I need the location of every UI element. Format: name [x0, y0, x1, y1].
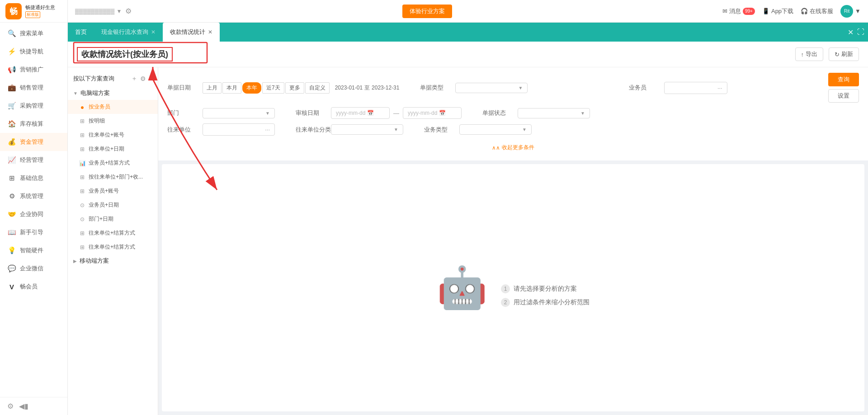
date-tabs: 上月 本月 本年 近7天 更多 自定义: [203, 82, 330, 94]
filter-area: 单据日期 上月 本月 本年 近7天 更多 自定义 2023-01-01: [158, 67, 868, 160]
settings-icon[interactable]: ⚙: [7, 402, 14, 410]
partner-select[interactable]: ···: [203, 123, 275, 136]
tree-item-by-salesperson[interactable]: ● 按业务员: [68, 100, 158, 114]
page-header-actions: ↑ 导出 ↻ 刷新: [795, 47, 859, 61]
date-tab-this-year[interactable]: 本年: [242, 82, 261, 94]
tree-item-label: 部门+日期: [89, 215, 113, 223]
tab-receipt-stats-close[interactable]: ✕: [208, 29, 212, 35]
date-tab-more[interactable]: 更多: [285, 82, 304, 94]
online-service-action[interactable]: 🎧 在线客服: [801, 7, 833, 15]
sidebar-item-finance[interactable]: 💰 资金管理: [0, 133, 67, 151]
tree-item-by-detail[interactable]: ⊞ 按明细: [68, 114, 158, 128]
tree-item-label: 业务员+账号: [89, 187, 119, 195]
add-scheme-btn[interactable]: ＋: [131, 75, 137, 83]
business-type-select[interactable]: ▼: [459, 124, 532, 135]
collapse-more-btn[interactable]: ∧∧ 收起更多条件: [167, 140, 859, 155]
tree-item-salesperson-account[interactable]: ⊞ 业务员+账号: [68, 184, 158, 198]
tab-bank-flow-close[interactable]: ✕: [151, 29, 156, 35]
tree-item-partner-date[interactable]: ⊞ 往来单位+日期: [68, 142, 158, 156]
sidebar-item-corp[interactable]: 🤝 企业协同: [0, 205, 67, 223]
tree-section-desktop: ▼ 电脑端方案 ● 按业务员 ⊞ 按明细 ⊞ 往来单位+账号: [68, 86, 158, 254]
voucher-status-select[interactable]: ▼: [518, 108, 590, 118]
voucher-type-select[interactable]: ▼: [455, 83, 528, 93]
sidebar-item-smart-hw[interactable]: 💡 智能硬件: [0, 241, 67, 259]
sidebar-item-marketing[interactable]: 📢 营销推广: [0, 61, 67, 79]
tree-item-salesperson-settle[interactable]: 📊 业务员+结算方式: [68, 156, 158, 170]
audit-date-end[interactable]: yyyy-mm-dd 📅: [403, 107, 462, 119]
sidebar-logo: 畅 畅捷通好生意 标准版: [0, 0, 67, 23]
query-btn[interactable]: 查询: [828, 73, 859, 86]
sidebar-item-purchase[interactable]: 🛒 采购管理: [0, 97, 67, 115]
tree-item-label: 按明细: [89, 117, 105, 125]
tree-item-dept-date[interactable]: ⊙ 部门+日期: [68, 212, 158, 226]
scheme-settings-btn[interactable]: ⚙: [140, 75, 146, 82]
business-type-item: 业务类型 ▼: [424, 124, 532, 135]
logo-name: 畅捷通好生意: [25, 4, 55, 10]
dept-date-icon: ⊙: [79, 216, 86, 223]
trial-btn[interactable]: 体验行业方案: [402, 5, 452, 18]
logo-info: 畅捷通好生意 标准版: [25, 4, 55, 18]
voucher-date-item: 单据日期 上月 本月 本年 近7天 更多 自定义 2023-01-01: [167, 82, 399, 94]
collapse-sidebar-icon[interactable]: ◀▮: [19, 402, 28, 410]
tab-receipt-stats[interactable]: 收款情况统计 ✕: [163, 23, 220, 42]
tree-arrow-down: ▼: [73, 91, 78, 96]
tree-item-salesperson-date[interactable]: ⊙ 业务员+日期: [68, 198, 158, 212]
collapse-panel-btn[interactable]: «: [149, 75, 152, 82]
tree-mobile-header[interactable]: ▶ 移动端方案: [68, 254, 158, 268]
sidebar-item-sales[interactable]: 💼 销售管理: [0, 79, 67, 97]
audit-date-start[interactable]: yyyy-mm-dd 📅: [331, 107, 390, 119]
messages-badge: 99+: [743, 8, 755, 15]
sidebar-item-basic[interactable]: ⊞ 基础信息: [0, 169, 67, 187]
date-tab-this-month[interactable]: 本月: [222, 82, 241, 94]
refresh-btn[interactable]: ↻ 刷新: [829, 47, 859, 61]
partner-dept-icon: ⊞: [79, 174, 86, 181]
user-avatar-area[interactable]: Rit ▼: [840, 5, 861, 18]
tab-close-all-btn[interactable]: ✕: [848, 28, 854, 37]
sidebar-item-quick-nav[interactable]: ⚡ 快捷导航: [0, 42, 67, 61]
empty-tips: 1 请先选择要分析的方案 2 用过滤条件来缩小分析范围: [501, 284, 590, 311]
tab-maximize-btn[interactable]: ⛶: [857, 28, 864, 36]
tab-receipt-stats-label: 收款情况统计: [170, 28, 205, 36]
app-download-action[interactable]: 📱 App下载: [762, 7, 793, 15]
tree-item-partner-account[interactable]: ⊞ 往来单位+账号: [68, 128, 158, 142]
tree-item-partner-settle1[interactable]: ⊞ 往来单位+结算方式: [68, 226, 158, 240]
sidebar-item-operations[interactable]: 📈 经营管理: [0, 151, 67, 169]
partner-date-icon: ⊞: [79, 146, 86, 153]
voucher-status-item: 单据状态 ▼: [482, 108, 590, 118]
messages-action[interactable]: ✉ 消息 99+: [722, 7, 755, 15]
tab-bank-flow[interactable]: 现金银行流水查询 ✕: [94, 23, 163, 42]
message-icon: ✉: [722, 8, 727, 14]
tab-home[interactable]: 首页: [68, 23, 94, 42]
tree-item-partner-dept[interactable]: ⊞ 按往来单位+部门+收...: [68, 170, 158, 184]
sidebar-item-member[interactable]: V 畅会员: [0, 278, 67, 296]
tip-num-1: 1: [501, 284, 510, 293]
collapse-chevron-icon: ∧∧: [492, 145, 500, 151]
date-tab-custom[interactable]: 自定义: [305, 82, 330, 94]
sidebar-item-guide[interactable]: 📖 新手引导: [0, 223, 67, 241]
sidebar-item-wechat[interactable]: 💬 企业微信: [0, 259, 67, 278]
salesperson-select[interactable]: ···: [664, 82, 727, 94]
sidebar-item-search[interactable]: 🔍 搜索菜单: [0, 24, 67, 42]
dept-select[interactable]: ▼: [203, 108, 275, 118]
empty-tip-1: 1 请先选择要分析的方案: [501, 284, 590, 293]
sidebar-item-label: 智能硬件: [20, 246, 43, 255]
export-btn[interactable]: ↑ 导出: [795, 47, 824, 61]
sidebar-item-label: 企业协同: [20, 210, 43, 218]
more-dots: ···: [265, 126, 270, 133]
tree-item-partner-settle2[interactable]: ⊞ 往来单位+结算方式: [68, 240, 158, 254]
tree-item-label: 按往来单位+部门+收...: [89, 173, 143, 181]
date-tab-7days[interactable]: 近7天: [262, 82, 284, 94]
refresh-icon: ↻: [835, 51, 840, 58]
sidebar-item-inventory[interactable]: 🏠 库存核算: [0, 115, 67, 133]
avatar: Rit: [840, 5, 853, 18]
page-header: 收款情况统计(按业务员) ↑ 导出 ↻ 刷新: [68, 42, 868, 67]
setting-btn[interactable]: 设置: [828, 89, 859, 103]
sidebar-item-system[interactable]: ⚙ 系统管理: [0, 187, 67, 205]
date-tab-last-month[interactable]: 上月: [203, 82, 222, 94]
header-left: ▓▓▓▓▓▓▓▓▓▓ ▼ ⚙: [75, 7, 132, 15]
partner-category-select[interactable]: ▼: [331, 124, 403, 135]
settings-gear[interactable]: ⚙: [125, 7, 132, 15]
tree-desktop-header[interactable]: ▼ 电脑端方案: [68, 86, 158, 100]
breadcrumb-text: ▓▓▓▓▓▓▓▓▓▓: [75, 8, 114, 14]
chevron-down-icon: ▼: [522, 127, 527, 132]
